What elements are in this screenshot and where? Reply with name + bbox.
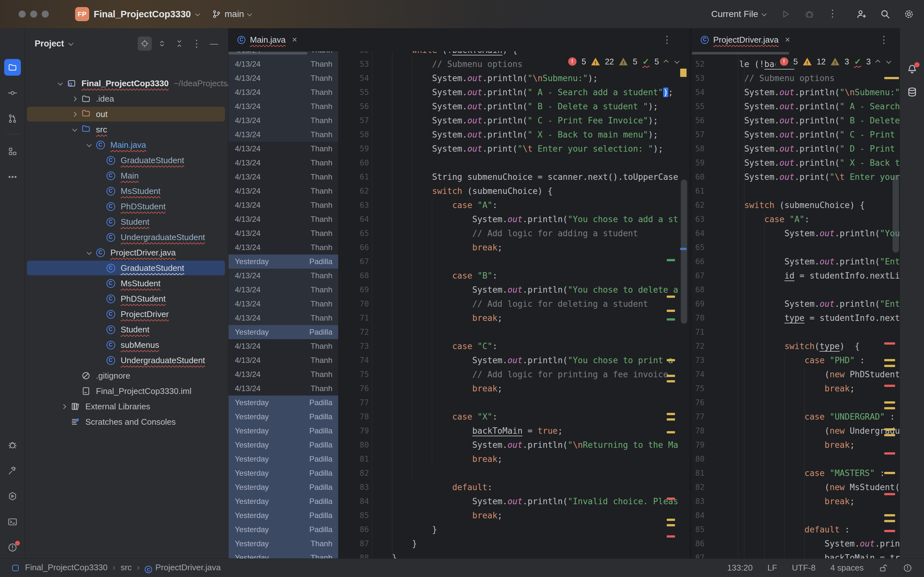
code-line-58[interactable]: 4/13/24Thanh58 System.out.println(" X - … [228, 127, 689, 142]
annotation-cell[interactable]: 4/13/24Thanh [228, 353, 338, 367]
services-tool-button[interactable] [7, 491, 18, 501]
run-button[interactable] [780, 9, 791, 19]
annotation-cell[interactable]: 4/13/24Thanh [228, 339, 338, 353]
code-line-82[interactable]: YesterdayPadilla82 [228, 466, 689, 480]
add-user-button[interactable] [856, 9, 867, 19]
tree-item-final-projectcop3330[interactable]: Final_ProjectCop3330~/IdeaProjects/Fina [25, 76, 228, 91]
annotation-cell[interactable]: YesterdayPadilla [228, 494, 338, 508]
code-line-54[interactable]: 54 System.out.println("\nSubmenu:" [692, 85, 900, 99]
options-button[interactable]: ⋮ [190, 37, 204, 51]
annotation-cell[interactable]: YesterdayPadilla [228, 255, 338, 269]
code-line-87[interactable]: YesterdayThanh87 } [228, 537, 689, 551]
tree-item-projectdriver[interactable]: CProjectDriver [25, 306, 228, 322]
annotation-cell[interactable]: YesterdayPadilla [228, 396, 338, 410]
code-line-87[interactable]: 87 backToMain = tr [692, 551, 900, 558]
code-line-74[interactable]: 74 (new PhDStudent [692, 367, 900, 382]
tree-item-phdstudent[interactable]: CPhDStudent [25, 199, 228, 214]
pull-requests-tool-button[interactable] [7, 113, 18, 124]
breadcrumb-item[interactable]: Final_ProjectCop3330 [25, 562, 107, 572]
code-line-81[interactable]: YesterdayPadilla81 break; [228, 452, 689, 466]
code-line-75[interactable]: 75 break; [692, 382, 900, 396]
editor-options-icon[interactable]: ⋮ [879, 34, 889, 45]
annotation-cell[interactable]: 4/13/24Thanh [228, 297, 338, 311]
code-line-56[interactable]: 56 System.out.println(" B - Delete [692, 113, 900, 127]
tree-item-graduatestudent[interactable]: CGraduateStudent [25, 260, 228, 276]
code-line-74[interactable]: 4/13/24Thanh74 System.out.println("You c… [228, 353, 689, 367]
tree-item-student[interactable]: CStudent [25, 214, 228, 229]
annotation-cell[interactable]: YesterdayPadilla [228, 522, 338, 537]
collapse-all-button[interactable] [172, 37, 186, 51]
commit-tool-button[interactable] [7, 88, 18, 98]
annotation-cell[interactable]: 4/13/24Thanh [228, 127, 338, 142]
breadcrumb-item[interactable]: src [121, 562, 132, 572]
tree-item-undergraduatestudent[interactable]: CUndergraduateStudent [25, 229, 228, 245]
code-line-68[interactable]: 4/13/24Thanh68 case "B": [228, 269, 689, 283]
tree-item-graduatestudent[interactable]: CGraduateStudent [25, 153, 228, 168]
vertical-scrollbar-thumb[interactable] [681, 179, 687, 324]
code-line-65[interactable]: 65 [692, 240, 900, 255]
annotation-cell[interactable]: YesterdayPadilla [228, 452, 338, 466]
code-line-64[interactable]: 4/13/24Thanh64 System.out.println("You c… [228, 212, 689, 226]
next-problem-icon[interactable] [886, 59, 891, 64]
chevron-down-icon[interactable] [68, 41, 73, 46]
code-line-56[interactable]: 4/13/24Thanh56 System.out.println(" B - … [228, 99, 689, 113]
code-line-72[interactable]: 72 switch(type) { [692, 339, 900, 353]
annotation-cell[interactable]: 4/13/24Thanh [228, 198, 338, 212]
code-line-60[interactable]: 4/13/24Thanh60 [228, 156, 689, 170]
annotation-cell[interactable]: 4/13/24Thanh [228, 212, 338, 226]
code-line-82[interactable]: 82 (new MsStudent( [692, 480, 900, 494]
code-line-78[interactable]: 78 (new Undergradu [692, 424, 900, 438]
code-line-55[interactable]: 55 System.out.println(" A - Search [692, 99, 900, 113]
code-line-67[interactable]: 67 id = studentInfo.nextLi [692, 269, 900, 283]
code-line-77[interactable]: 77 case "UNDERGRAD" : [692, 410, 900, 424]
code-line-81[interactable]: 81 case "MASTERS" : [692, 466, 900, 480]
git-branch-widget[interactable]: main [212, 9, 251, 19]
close-icon[interactable]: × [292, 35, 297, 45]
annotation-cell[interactable]: YesterdayPadilla [228, 410, 338, 424]
editor-body[interactable]: 4/13/24Thanh52 while (!backToMain) {4/13… [228, 51, 689, 558]
code-line-67[interactable]: YesterdayPadilla67 [228, 255, 689, 269]
code-line-70[interactable]: 70 type = studentInfo.next [692, 311, 900, 325]
expand-all-button[interactable] [155, 37, 169, 51]
tree-item-projectdriver-java[interactable]: CProjectDriver.java [25, 245, 228, 260]
code-line-61[interactable]: 61 [692, 184, 900, 198]
tree-item-undergraduatestudent[interactable]: CUndergraduateStudent [25, 353, 228, 368]
annotation-cell[interactable]: 4/13/24Thanh [228, 142, 338, 156]
code-line-79[interactable]: 79 break; [692, 438, 900, 452]
code-line-71[interactable]: 71 [692, 325, 900, 339]
code-line-69[interactable]: 69 System.out.println("Ent [692, 297, 900, 311]
annotation-cell[interactable]: 4/13/24Thanh [228, 382, 338, 396]
annotation-cell[interactable]: 4/13/24Thanh [228, 226, 338, 240]
code-line-80[interactable]: 80 [692, 452, 900, 466]
code-line-69[interactable]: 4/13/24Thanh69 System.out.println("You c… [228, 283, 689, 297]
code-line-75[interactable]: 4/13/24Thanh75 // Add logic for printing… [228, 367, 689, 382]
tree-item-main[interactable]: CMain [25, 168, 228, 183]
terminal-tool-button[interactable] [7, 517, 18, 527]
code-line-57[interactable]: 57 System.out.println(" C - Print [692, 127, 900, 142]
code-line-77[interactable]: YesterdayPadilla77 [228, 396, 689, 410]
minimize-window-button[interactable] [30, 11, 37, 18]
hide-button[interactable]: — [207, 37, 221, 51]
code-line-65[interactable]: 4/13/24Thanh65 // Add logic for adding a… [228, 226, 689, 240]
annotation-cell[interactable]: YesterdayPadilla [228, 424, 338, 438]
code-line-84[interactable]: 84 [692, 508, 900, 522]
next-problem-icon[interactable] [674, 59, 680, 64]
annotation-cell[interactable]: 4/13/24Thanh [228, 113, 338, 127]
code-line-54[interactable]: 4/13/24Thanh54 System.out.println("\nSub… [228, 71, 689, 85]
vertical-scrollbar-thumb[interactable] [893, 175, 899, 253]
debug-tool-button[interactable] [7, 440, 18, 450]
editor-options-icon[interactable]: ⋮ [662, 34, 672, 45]
code-line-60[interactable]: 60 System.out.print("\t Enter your [692, 170, 900, 184]
code-line-64[interactable]: 64 System.out.println("You [692, 226, 900, 240]
tree-item-final-projectcop3330-iml[interactable]: Final_ProjectCop3330.iml [25, 384, 228, 399]
annotation-cell[interactable]: YesterdayPadilla [228, 508, 338, 522]
tree-item--idea[interactable]: .idea [25, 91, 228, 106]
annotation-cell[interactable]: YesterdayPadilla [228, 466, 338, 480]
code-line-85[interactable]: 85 default : [692, 522, 900, 537]
code-line-70[interactable]: 4/13/24Thanh70 // Add logic for deleting… [228, 297, 689, 311]
tree-item-src[interactable]: src [25, 122, 228, 137]
code-line-71[interactable]: 4/13/24Thanh71 break; [228, 311, 689, 325]
previous-problem-icon[interactable] [875, 60, 880, 65]
inspections-widget[interactable]: !5!22!5✓5 [564, 55, 683, 69]
annotation-cell[interactable]: 4/13/24Thanh [228, 156, 338, 170]
